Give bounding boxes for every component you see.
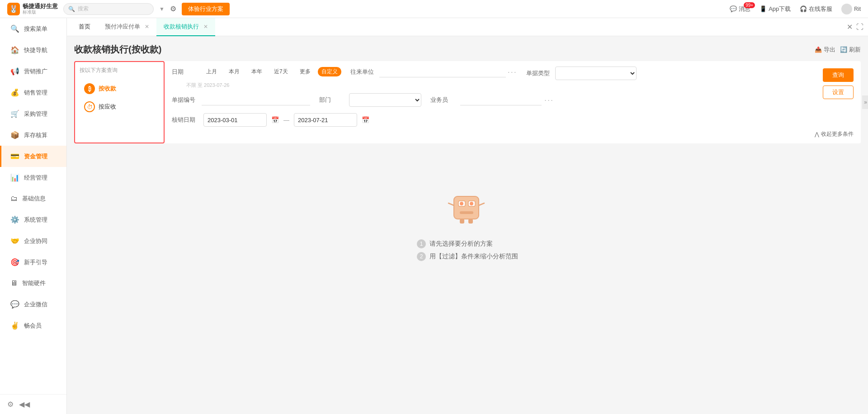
smart-hw-icon: 🖥: [10, 279, 18, 287]
tab-close-all-icon[interactable]: ✕: [847, 23, 853, 31]
hint-text-2: 用【过滤】条件来缩小分析范围: [429, 252, 518, 261]
user-info[interactable]: Rit: [841, 4, 861, 14]
filter-by-receipt[interactable]: ₿ 按收款: [80, 80, 159, 98]
tab-bar-controls: ✕ ⛶: [847, 23, 863, 31]
collapse-more-label: 收起更多条件: [821, 130, 854, 138]
settings-gear-icon[interactable]: ⚙: [170, 5, 176, 13]
sidebar-item-inventory[interactable]: 📦 库存核算: [0, 124, 66, 146]
industry-solution-button[interactable]: 体验行业方案: [182, 3, 230, 15]
member-icon: ✌️: [10, 321, 19, 330]
receipt-icon: ₿: [84, 83, 95, 94]
inventory-icon: 📦: [10, 131, 19, 139]
filter-by-receivable-label: 按应收: [99, 103, 116, 111]
app-download-button[interactable]: 📱 App下载: [760, 5, 791, 13]
main-layout: 🔍 搜索菜单 🏠 快捷导航 📢 营销推广 💰 销售管理 🛒 采购管理 📦 库存核…: [0, 18, 868, 414]
dept-label: 部门: [319, 96, 346, 104]
sidebar-item-purchase[interactable]: 🛒 采购管理: [0, 103, 66, 124]
purchase-icon: 🛒: [10, 109, 19, 118]
sidebar-item-marketing[interactable]: 📢 营销推广: [0, 61, 66, 82]
empty-state: 1 请先选择要分析的方案 2 用【过滤】条件来缩小分析范围: [74, 149, 861, 297]
message-button[interactable]: 💬 消息 99+: [730, 5, 750, 13]
sidebar-item-search-menu[interactable]: 🔍 搜索菜单: [0, 18, 66, 39]
refresh-button[interactable]: 🔄 刷新: [840, 46, 861, 54]
dept-select[interactable]: [349, 93, 421, 107]
export-button[interactable]: 📤 导出: [815, 46, 835, 54]
sidebar-bottom: ⚙ ◀◀: [0, 394, 66, 414]
online-service-button[interactable]: 🎧 在线客服: [800, 5, 832, 13]
sidebar-item-label: 经营管理: [24, 174, 47, 182]
sidebar-item-enterprise[interactable]: 🤝 企业协同: [0, 230, 66, 252]
sidebar-item-basic-info[interactable]: 🗂 基础信息: [0, 188, 66, 209]
refresh-icon: 🔄: [840, 46, 847, 53]
tab-prepay-close-icon[interactable]: ✕: [145, 24, 149, 30]
sidebar-item-quick-nav[interactable]: 🏠 快捷导航: [0, 39, 66, 61]
page-header-actions: 📤 导出 🔄 刷新: [815, 46, 861, 54]
top-bar-right: 💬 消息 99+ 📱 App下载 🎧 在线客服 Rit: [730, 4, 861, 14]
sidebar-collapse-icon[interactable]: ◀◀: [19, 400, 30, 409]
sidebar-item-guide[interactable]: 🎯 新手引导: [0, 252, 66, 273]
fund-icon: 💳: [10, 152, 19, 161]
tab-receipt-label: 收款核销执行: [164, 23, 199, 31]
tab-bar: 首页 预付冲应付单 ✕ 收款核销执行 ✕ ✕ ⛶: [67, 18, 868, 36]
filter-left-collapse-icon[interactable]: »: [862, 95, 868, 109]
sidebar-item-label: 库存核算: [24, 131, 47, 139]
doc-type-select[interactable]: [555, 67, 637, 80]
date-option-7days[interactable]: 近7天: [269, 67, 292, 77]
quick-nav-icon: 🏠: [10, 46, 19, 54]
message-badge: 99+: [744, 2, 755, 8]
writeoff-date-end[interactable]: [294, 113, 357, 127]
doc-type-label: 单据类型: [526, 69, 553, 77]
start-calendar-icon[interactable]: 📅: [271, 116, 279, 124]
sidebar-gear-icon[interactable]: ⚙: [7, 400, 14, 409]
tab-receipt-close-icon[interactable]: ✕: [203, 24, 208, 30]
app-download-label: App下载: [769, 5, 791, 13]
doc-no-input[interactable]: [202, 95, 310, 105]
top-bar: 🐰 畅捷通好生意 标准版 🔍 搜索 ▼ ⚙ 体验行业方案 💬 消息 99+ 📱 …: [0, 0, 868, 18]
date-option-more[interactable]: 更多: [295, 67, 315, 77]
sidebar-item-smart-hw[interactable]: 🖥 智能硬件: [0, 273, 66, 294]
sidebar-item-label: 营销推广: [24, 67, 47, 76]
sidebar-item-fund[interactable]: 💳 资金管理: [0, 146, 66, 167]
svg-point-3: [460, 202, 463, 205]
date-option-custom[interactable]: 自定义: [318, 67, 341, 76]
tab-home[interactable]: 首页: [71, 18, 98, 36]
sidebar-item-sales[interactable]: 💰 销售管理: [0, 82, 66, 103]
svg-rect-9: [468, 219, 473, 224]
sidebar-item-system[interactable]: ⚙️ 系统管理: [0, 209, 66, 230]
hint-text-1: 请先选择要分析的方案: [429, 240, 493, 248]
marketing-icon: 📢: [10, 67, 19, 76]
download-icon: 📱: [760, 5, 767, 12]
sidebar: 🔍 搜索菜单 🏠 快捷导航 📢 营销推广 💰 销售管理 🛒 采购管理 📦 库存核…: [0, 18, 67, 414]
search-bar[interactable]: 🔍 搜索: [63, 3, 154, 15]
tab-expand-icon[interactable]: ⛶: [856, 23, 863, 31]
sidebar-item-member[interactable]: ✌️ 畅会员: [0, 315, 66, 336]
staff-input[interactable]: [460, 95, 542, 105]
date-option-this-year[interactable]: 本年: [247, 67, 267, 77]
query-button[interactable]: 查询: [823, 68, 854, 82]
date-option-last-month[interactable]: 上月: [202, 67, 222, 77]
search-chevron-icon[interactable]: ▼: [159, 6, 165, 12]
basic-info-icon: 🗂: [10, 195, 18, 203]
staff-dots[interactable]: ···: [544, 95, 554, 105]
tab-receipt-writeoff[interactable]: 收款核销执行 ✕: [156, 18, 215, 36]
svg-line-6: [448, 203, 454, 205]
search-placeholder: 搜索: [78, 5, 89, 13]
collapse-chevron-icon: ⋀: [815, 131, 819, 138]
vendor-input[interactable]: [379, 67, 506, 77]
sidebar-item-label: 畅会员: [24, 322, 42, 330]
filter-wrapper: 按以下方案查询 ₿ 按收款 ⏱ 按应收 »: [74, 61, 861, 143]
sidebar-item-business[interactable]: 📊 经营管理: [0, 167, 66, 188]
end-calendar-icon[interactable]: 📅: [362, 116, 369, 124]
brand-main: 畅捷通好生意: [23, 3, 58, 10]
wechat-icon: 💬: [10, 300, 19, 309]
filter-settings-button[interactable]: 设置: [823, 86, 854, 99]
collapse-more-button[interactable]: ⋀ 收起更多条件: [172, 130, 854, 138]
writeoff-date-start[interactable]: [203, 113, 267, 127]
tab-prepay-writeoff[interactable]: 预付冲应付单 ✕: [98, 18, 156, 36]
logo-icon: 🐰: [7, 3, 20, 15]
sidebar-item-wechat[interactable]: 💬 企业微信: [0, 294, 66, 315]
date-option-this-month[interactable]: 本月: [224, 67, 244, 77]
vendor-dots[interactable]: ···: [508, 67, 517, 77]
avatar: [841, 4, 852, 14]
filter-by-receivable[interactable]: ⏱ 按应收: [80, 98, 159, 116]
